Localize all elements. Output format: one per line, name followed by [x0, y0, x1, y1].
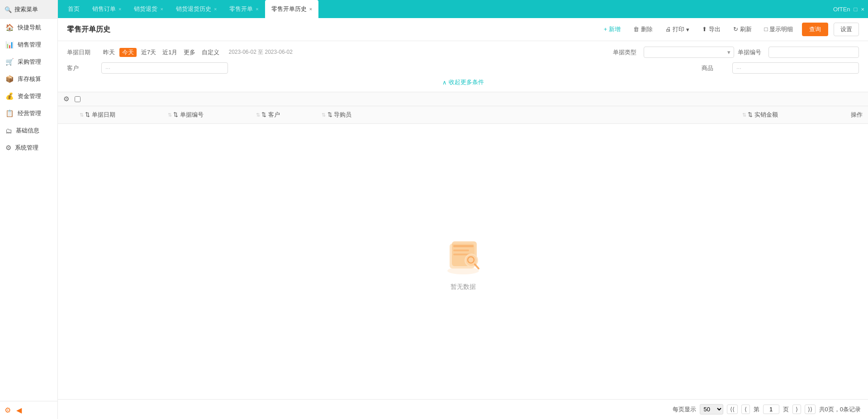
settings-button[interactable]: 设置	[834, 23, 859, 36]
sidebar-label-inventory: 库存核算	[18, 75, 41, 83]
delete-button[interactable]: 🗑 删除	[630, 24, 656, 35]
filter-row-2: 客户 ··· 商品 ···	[67, 62, 859, 74]
date-shortcuts: 昨天今天近7天近1月更多自定义	[101, 48, 221, 57]
sidebar-item-purchase-mgmt[interactable]: 🛒采购管理	[0, 53, 57, 71]
tab-close-sales-return[interactable]: ×	[160, 6, 163, 12]
date-shortcut-last7[interactable]: 近7天	[139, 48, 158, 57]
sidebar-icon-sys-mgmt: ⚙	[5, 144, 11, 152]
current-page-input[interactable]	[763, 405, 779, 414]
goods-label: 商品	[702, 64, 729, 72]
add-button[interactable]: + 新增	[600, 24, 624, 35]
collapse-icon: ∧	[442, 79, 447, 86]
th-guide[interactable]: ⇅ 导购员	[316, 106, 393, 124]
last-page-button[interactable]: ⟩⟩	[805, 405, 816, 414]
sidebar-item-quick-nav[interactable]: 🏠快捷导航	[0, 19, 57, 36]
tab-close-sales-order[interactable]: ×	[119, 6, 121, 12]
date-shortcut-last1month[interactable]: 近1月	[161, 48, 179, 57]
next-page-button[interactable]: ⟩	[792, 405, 801, 414]
sidebar-item-sys-mgmt[interactable]: ⚙系统管理	[0, 139, 57, 156]
tab-label-home: 首页	[68, 5, 80, 13]
sidebar-label-sales-mgmt: 销售管理	[18, 41, 41, 49]
tab-retail-open[interactable]: 零售开单×	[223, 0, 265, 18]
sidebar-item-basic-info[interactable]: 🗂基础信息	[0, 122, 57, 139]
tab-retail-open-history[interactable]: 零售开单历史×	[265, 0, 318, 18]
doc-type-select[interactable]	[644, 47, 734, 58]
th-customer[interactable]: ⇅ 客户	[251, 106, 317, 124]
sidebar-menu: 🏠快捷导航📊销售管理🛒采购管理📦库存核算💰资金管理📋经营管理🗂基础信息⚙系统管理	[0, 19, 57, 401]
tab-close-sales-return-history[interactable]: ×	[214, 6, 217, 12]
tab-close-retail-open[interactable]: ×	[256, 6, 258, 12]
tab-label-sales-order: 销售订单	[92, 5, 116, 13]
tab-sales-return[interactable]: 销货退货×	[128, 0, 169, 18]
search-icon: 🔍	[5, 6, 12, 13]
tab-label-sales-return-history: 销货退货历史	[176, 5, 211, 13]
customer-label: 客户	[67, 64, 94, 72]
collapse-button[interactable]: ∧ 收起更多条件	[442, 78, 484, 86]
date-shortcut-today[interactable]: 今天	[119, 48, 137, 57]
sidebar-icon-basic-info: 🗂	[5, 127, 12, 135]
export-button[interactable]: ⬆ 导出	[698, 24, 724, 35]
empty-text: 暂无数据	[451, 283, 476, 291]
print-button[interactable]: 🖨 打印 ▾	[662, 24, 693, 35]
filter-row-1: 单据日期 昨天今天近7天近1月更多自定义 2023-06-02 至 2023-0…	[67, 47, 859, 58]
per-page-label: 每页显示	[673, 405, 696, 414]
tab-sales-return-history[interactable]: 销货退货历史×	[170, 0, 223, 18]
tab-close-retail-open-history[interactable]: ×	[309, 6, 312, 12]
th-no[interactable]: ⇅ 单据编号	[162, 106, 251, 124]
sidebar-search-label: 搜索菜单	[14, 5, 38, 14]
th-checkbox	[58, 106, 74, 124]
sidebar-label-purchase-mgmt: 采购管理	[18, 58, 41, 66]
main-area: 首页销售订单×销货退货×销货退货历史×零售开单×零售开单历史× OfTEn □ …	[58, 0, 868, 419]
sidebar-item-sales-mgmt[interactable]: 📊销售管理	[0, 36, 57, 53]
doc-type-select-wrapper	[644, 47, 734, 58]
sidebar-label-ops-mgmt: 经营管理	[18, 109, 41, 118]
query-button[interactable]: 查询	[802, 23, 828, 36]
empty-illustration	[441, 232, 486, 278]
date-shortcut-more[interactable]: 更多	[182, 48, 197, 57]
sidebar-label-basic-info: 基础信息	[16, 127, 39, 135]
sidebar-icon-ops-mgmt: 📋	[5, 109, 14, 118]
window-icon[interactable]: □	[854, 6, 858, 13]
prev-page-button[interactable]: ⟨	[741, 405, 750, 414]
sidebar-search[interactable]: 🔍 搜索菜单	[0, 0, 57, 19]
display-detail-button[interactable]: □ 显示明细	[761, 24, 797, 35]
sidebar-icon-sales-mgmt: 📊	[5, 41, 14, 49]
close-all-icon[interactable]: ×	[861, 6, 864, 13]
collapse-sidebar-icon[interactable]: ◀	[16, 406, 22, 414]
per-page-select[interactable]: 50 10 20 100	[700, 404, 723, 414]
often-label: OfTEn	[833, 6, 850, 13]
th-date[interactable]: ⇅ 单据日期	[74, 106, 162, 124]
date-shortcut-yesterday[interactable]: 昨天	[101, 48, 117, 57]
collapse-label: 收起更多条件	[449, 78, 484, 86]
tab-home[interactable]: 首页	[62, 0, 86, 18]
sidebar-icon-purchase-mgmt: 🛒	[5, 58, 14, 66]
total-info: 共0页，0条记录	[819, 405, 861, 414]
data-table: ⇅ 单据日期 ⇅ 单据编号 ⇅ 客户 ⇅ 导购员 ⇅ 实销金额 操作	[58, 106, 868, 124]
sidebar-label-quick-nav: 快捷导航	[18, 24, 41, 32]
customer-input[interactable]: ···	[101, 62, 228, 74]
sidebar-item-inventory[interactable]: 📦库存核算	[0, 71, 57, 88]
date-shortcut-custom[interactable]: 自定义	[200, 48, 221, 57]
table-area: ⚙ ⇅ 单据日期 ⇅ 单据编号 ⇅ 客户 ⇅ 导购员 ⇅ 实销金额 操作	[58, 92, 868, 399]
page-label: 页	[783, 405, 789, 414]
svg-rect-4	[453, 250, 469, 251]
doc-type-label: 单据类型	[613, 48, 640, 56]
doc-no-input[interactable]	[768, 47, 859, 58]
content-area: 零售开单历史 + 新增 🗑 删除 🖨 打印 ▾ ⬆ 导出 ↻ 刷新 □ 显示明细…	[58, 18, 868, 419]
first-page-button[interactable]: ⟨⟨	[727, 405, 738, 414]
select-all-checkbox[interactable]	[75, 96, 81, 102]
sidebar-icon-finance: 💰	[5, 92, 14, 100]
table-settings-icon[interactable]: ⚙	[63, 95, 69, 103]
svg-line-8	[475, 264, 479, 268]
date-filter-label: 单据日期	[67, 48, 94, 56]
sidebar-item-ops-mgmt[interactable]: 📋经营管理	[0, 105, 57, 122]
sidebar-icon-quick-nav: 🏠	[5, 24, 14, 32]
th-actions: 操作	[825, 106, 868, 124]
tab-sales-order[interactable]: 销售订单×	[86, 0, 128, 18]
goods-input[interactable]: ···	[732, 62, 859, 74]
th-middle	[394, 106, 737, 124]
sidebar-item-finance[interactable]: 💰资金管理	[0, 88, 57, 105]
th-amount[interactable]: ⇅ 实销金额	[737, 106, 825, 124]
settings-bottom-icon[interactable]: ⚙	[5, 406, 11, 414]
refresh-button[interactable]: ↻ 刷新	[730, 24, 755, 35]
